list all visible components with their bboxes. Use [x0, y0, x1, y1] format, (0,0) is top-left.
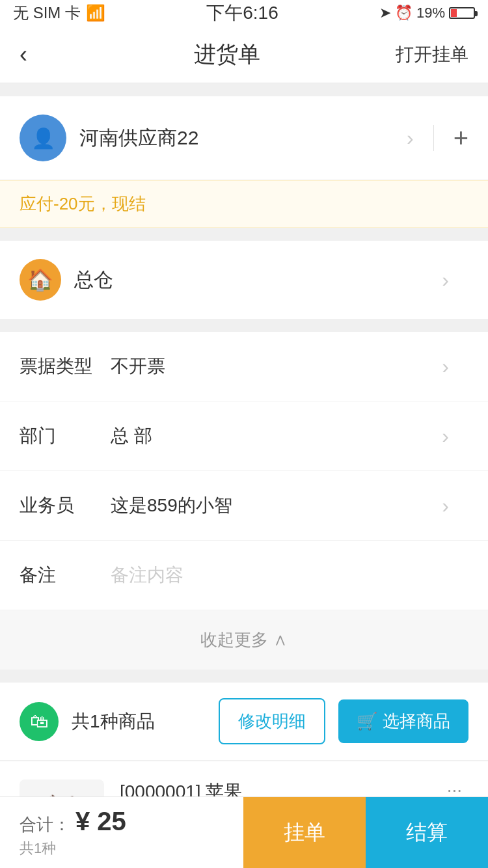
total-label: 合计：: [20, 813, 70, 836]
alarm-icon: ⏰: [395, 5, 413, 21]
battery-icon: [449, 7, 475, 19]
select-product-icon: 🛒: [357, 711, 377, 731]
remark-row[interactable]: 备注 备注内容: [0, 541, 488, 610]
product-count: 共1种商品: [72, 709, 206, 734]
department-chevron-icon: ›: [442, 424, 449, 448]
department-row[interactable]: 部门 总 部 ›: [0, 401, 488, 471]
salesperson-label: 业务员: [20, 493, 98, 518]
salesperson-row[interactable]: 业务员 这是859的小智 ›: [0, 471, 488, 541]
select-product-button[interactable]: 🛒 选择商品: [338, 699, 468, 743]
collapse-button[interactable]: 收起更多 ∧: [0, 610, 488, 670]
battery-percent: 19%: [416, 5, 445, 21]
avatar-icon: 👤: [31, 127, 55, 150]
supplier-notice: 应付-20元，现结: [0, 180, 488, 228]
supplier-divider: [433, 125, 434, 151]
supplier-row[interactable]: 👤 河南供应商22 › +: [0, 96, 488, 180]
salesperson-chevron-icon: ›: [442, 494, 449, 518]
footer-total-row: 合计： ¥ 25: [20, 807, 224, 836]
warehouse-chevron-icon: ›: [442, 268, 449, 292]
top-divider: [0, 83, 488, 96]
page-title: 进货单: [194, 40, 260, 70]
house-icon: 🏠: [27, 267, 53, 292]
warehouse-name: 总仓: [74, 267, 442, 293]
warehouse-row[interactable]: 🏠 总仓 ›: [0, 241, 488, 319]
open-hang-button[interactable]: 打开挂单: [396, 42, 468, 67]
nav-bar: ‹ 进货单 打开挂单: [0, 26, 488, 83]
status-left: 无 SIM 卡 📶: [13, 3, 105, 23]
invoice-type-value: 不开票: [98, 354, 442, 379]
products-icon: 🛍: [20, 702, 59, 741]
signal-text: 无 SIM 卡: [13, 3, 81, 23]
supplier-section: 👤 河南供应商22 › + 应付-20元，现结: [0, 96, 488, 228]
back-button[interactable]: ‹: [20, 41, 59, 68]
total-count: 共1种: [20, 839, 224, 858]
invoice-type-row[interactable]: 票据类型 不开票 ›: [0, 332, 488, 401]
supplier-name: 河南供应商22: [79, 125, 407, 152]
add-supplier-button[interactable]: +: [454, 124, 468, 153]
department-label: 部门: [20, 424, 98, 448]
footer-total: 合计： ¥ 25 共1种: [0, 807, 243, 858]
location-icon: ➤: [379, 5, 391, 21]
status-time: 下午6:16: [206, 1, 278, 25]
total-amount: ¥ 25: [75, 807, 126, 836]
cart-icon: 🛍: [30, 711, 48, 732]
footer: 合计： ¥ 25 共1种 挂单 结算: [0, 796, 488, 868]
select-product-label: 选择商品: [383, 710, 450, 733]
form-section: 票据类型 不开票 › 部门 总 部 › 业务员 这是859的小智 › 备注 备注…: [0, 332, 488, 610]
remark-label: 备注: [20, 563, 98, 588]
warehouse-icon: 🏠: [20, 259, 61, 301]
department-value: 总 部: [98, 424, 442, 448]
status-bar: 无 SIM 卡 📶 下午6:16 ➤ ⏰ 19%: [0, 0, 488, 26]
wifi-icon: 📶: [86, 4, 105, 22]
edit-detail-button[interactable]: 修改明细: [219, 698, 325, 744]
supplier-chevron-icon: ›: [407, 126, 414, 150]
checkout-button[interactable]: 结算: [366, 797, 488, 869]
supplier-avatar: 👤: [20, 115, 66, 161]
remark-input[interactable]: 备注内容: [98, 563, 468, 588]
status-right: ➤ ⏰ 19%: [379, 5, 475, 21]
hang-button[interactable]: 挂单: [243, 797, 366, 869]
invoice-type-label: 票据类型: [20, 354, 98, 379]
salesperson-value: 这是859的小智: [98, 493, 442, 518]
warehouse-section: 🏠 总仓 ›: [0, 241, 488, 319]
products-header: 🛍 共1种商品 修改明细 🛒 选择商品: [0, 683, 488, 760]
invoice-type-chevron-icon: ›: [442, 355, 449, 379]
